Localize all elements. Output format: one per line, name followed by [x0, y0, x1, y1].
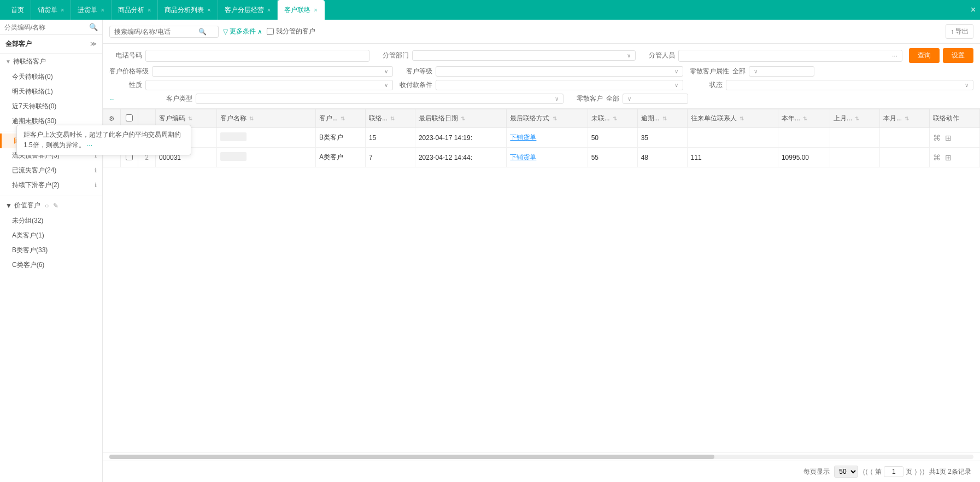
sidebar-item-churned[interactable]: 已流失客户(24) ℹ: [0, 163, 102, 178]
row2-last-method[interactable]: 下销货单: [507, 148, 588, 167]
more-dots-icon[interactable]: ···: [109, 95, 115, 103]
sidebar-item-class-c[interactable]: C类客户(6): [0, 258, 102, 272]
settings-button[interactable]: 设置: [943, 48, 973, 63]
tab-analysis[interactable]: 商品分析 ×: [112, 0, 158, 20]
export-button[interactable]: ↑ 导出: [946, 24, 973, 39]
sidebar-item-tomorrow-pending[interactable]: 明天待联络(1): [0, 84, 102, 99]
close-customer-contact-icon[interactable]: ×: [314, 7, 317, 13]
close-customer-segment-icon[interactable]: ×: [267, 7, 271, 13]
col-last-date[interactable]: 最后联络日期 ⇅: [415, 109, 506, 128]
row2-link-icon[interactable]: ⌘: [933, 153, 941, 162]
sort-uncontacted-icon[interactable]: ⇅: [613, 115, 617, 121]
value-edit-icon2[interactable]: ✎: [53, 202, 58, 210]
scrollbar-track[interactable]: [109, 455, 973, 459]
tab-customer-contact[interactable]: 客户联络 ×: [278, 0, 324, 20]
tab-purchase[interactable]: 进货单 ×: [71, 0, 111, 20]
info-icon-declining[interactable]: ℹ: [95, 182, 97, 189]
customer-table: ⚙ 客户编码 ⇅ 客户名称 ⇅ 客户... ⇅: [103, 109, 980, 167]
filter-customer-type-select[interactable]: ∨: [196, 94, 564, 104]
info-icon-churned[interactable]: ℹ: [95, 167, 97, 174]
col-contact[interactable]: 联络... ⇅: [365, 109, 415, 128]
sidebar-search-input[interactable]: [4, 24, 87, 31]
filter-phone-input[interactable]: [145, 50, 369, 62]
col-this-month[interactable]: 本月... ⇅: [879, 109, 929, 128]
row2-last-method-link[interactable]: 下销货单: [510, 153, 536, 161]
sort-code-icon[interactable]: ⇅: [188, 115, 192, 121]
col-name[interactable]: 客户名称 ⇅: [217, 109, 316, 128]
row2-grid-icon[interactable]: ⊞: [945, 153, 952, 162]
col-overdue[interactable]: 逾期... ⇅: [637, 109, 687, 128]
filter-dept-select[interactable]: ∨: [412, 50, 636, 61]
sort-last-month-icon[interactable]: ⇅: [855, 115, 859, 121]
row1-name[interactable]: [217, 128, 316, 148]
sidebar-item-today-pending[interactable]: 今天待联络(0): [0, 69, 102, 84]
sidebar-item-class-b[interactable]: B类客户(33): [0, 243, 102, 258]
col-level[interactable]: 客户... ⇅: [315, 109, 365, 128]
sort-history-icon[interactable]: ⇅: [740, 115, 744, 121]
my-customers-label: 我分管的客户: [276, 27, 315, 36]
sidebar-item-class-a[interactable]: A类客户(1): [0, 228, 102, 243]
close-analysis-list-icon[interactable]: ×: [207, 7, 210, 13]
sidebar-item-7days-pending[interactable]: 近7天待联络(0): [0, 99, 102, 114]
current-page-input[interactable]: [884, 466, 903, 477]
my-customers-checkbox[interactable]: [267, 28, 274, 35]
first-page-button[interactable]: ⟨⟨: [862, 468, 868, 476]
sort-this-year-icon[interactable]: ⇅: [803, 115, 807, 121]
horizontal-scrollbar[interactable]: [103, 452, 980, 461]
filter-price-level-select[interactable]: ∨: [152, 66, 393, 77]
more-conditions-button[interactable]: ▽ 更多条件 ∧: [223, 27, 262, 36]
tab-analysis-list[interactable]: 商品分析列表 ×: [158, 0, 218, 20]
sort-last-date-icon[interactable]: ⇅: [461, 115, 465, 121]
filter-customer-level-select[interactable]: ∨: [436, 66, 683, 77]
col-this-year[interactable]: 本年... ⇅: [778, 109, 830, 128]
per-page-select[interactable]: 50: [834, 466, 858, 478]
window-close-button[interactable]: ×: [971, 5, 976, 15]
all-customers-header[interactable]: 全部客户 ≫: [0, 35, 102, 54]
close-sales-icon[interactable]: ×: [61, 7, 64, 13]
sort-name-icon[interactable]: ⇅: [249, 115, 254, 121]
filter-status-select[interactable]: ∨: [726, 80, 973, 90]
row2-name[interactable]: [217, 148, 316, 167]
close-purchase-icon[interactable]: ×: [101, 7, 104, 13]
row1-last-method[interactable]: 下销货单: [507, 128, 588, 148]
sidebar-item-unclassified[interactable]: 未分组(32): [0, 213, 102, 228]
tab-home-label: 首页: [11, 5, 24, 15]
row1-grid-icon[interactable]: ⊞: [945, 133, 952, 142]
sidebar-item-declining[interactable]: 持续下滑客户(2) ℹ: [0, 178, 102, 193]
col-last-method[interactable]: 最后联络方式 ⇅: [507, 109, 588, 128]
last-page-button[interactable]: ⟩⟩: [919, 468, 925, 476]
col-history-contact[interactable]: 往来单位联系人 ⇅: [687, 109, 778, 128]
tab-customer-segment[interactable]: 客户分层经营 ×: [218, 0, 278, 20]
sort-contact-icon[interactable]: ⇅: [390, 115, 395, 121]
tab-sales[interactable]: 销货单 ×: [31, 0, 71, 20]
select-all-checkbox[interactable]: [126, 114, 133, 121]
filter-retail-customer-select[interactable]: ∨: [623, 94, 688, 104]
next-page-button[interactable]: ⟩: [914, 468, 917, 476]
sort-this-month-icon[interactable]: ⇅: [905, 115, 909, 121]
filter-payment-select[interactable]: ∨: [436, 80, 683, 90]
value-edit-icon[interactable]: ○: [45, 202, 49, 210]
row1-last-method-link[interactable]: 下销货单: [510, 133, 536, 141]
query-button[interactable]: 查询: [909, 48, 940, 63]
filter-retail-attr-select[interactable]: ∨: [749, 66, 814, 77]
sort-last-method-icon[interactable]: ⇅: [553, 115, 557, 121]
tooltip-more[interactable]: ···: [87, 141, 92, 149]
filter-nature-select[interactable]: ∨: [145, 80, 393, 90]
col-uncontacted[interactable]: 未联... ⇅: [588, 109, 637, 128]
filter-person-select[interactable]: ···: [678, 50, 902, 62]
sort-level-icon[interactable]: ⇅: [341, 115, 345, 121]
sort-overdue-icon[interactable]: ⇅: [662, 115, 667, 121]
col-last-month[interactable]: 上月... ⇅: [830, 109, 880, 128]
search-input[interactable]: [114, 28, 196, 36]
pending-group-header[interactable]: ▼ 待联络客户: [0, 54, 102, 69]
close-analysis-icon[interactable]: ×: [148, 7, 151, 13]
prev-page-button[interactable]: ⟨: [870, 468, 873, 476]
chevron-type-icon: ∨: [555, 96, 559, 102]
tab-home[interactable]: 首页: [4, 0, 31, 20]
collapse-icon[interactable]: ≫: [90, 40, 97, 48]
search-submit-icon[interactable]: 🔍: [198, 28, 207, 36]
scrollbar-thumb[interactable]: [109, 455, 714, 459]
row1-last-month: [830, 128, 880, 148]
row1-link-icon[interactable]: ⌘: [933, 133, 941, 142]
sidebar-search-icon[interactable]: 🔍: [89, 23, 98, 31]
